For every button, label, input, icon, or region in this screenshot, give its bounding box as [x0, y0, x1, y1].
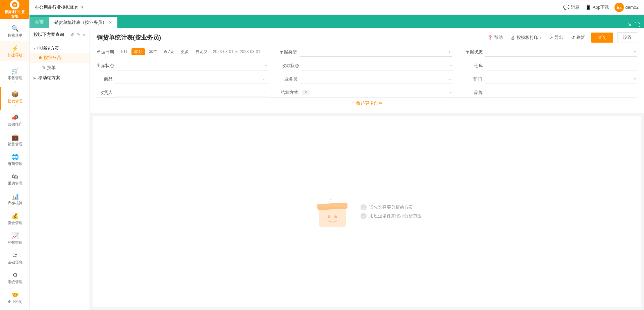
goods-label: 商品: [97, 76, 115, 82]
ecommerce-label: 电商管理: [8, 161, 22, 166]
type-filter-field[interactable]: ▾: [300, 47, 451, 57]
sidebar: 好 畅捷通好生意 标版 🔍 搜索菜单 ⚡ 快捷导航 🛒 零售管理 ▾ 📦 批发管…: [0, 0, 30, 310]
tip-num-2: 2: [361, 213, 367, 219]
collapse-label: 收起更多条件: [356, 101, 382, 106]
receiver-more-icon: ···: [262, 90, 266, 95]
sidebar-item-retail[interactable]: 🛒 零售管理 ▾: [0, 64, 29, 87]
retail-icon: 🛒: [11, 67, 19, 75]
empty-tips: 1 请先选择要分析的方案 2 用过滤条件来缩小分析范围: [361, 204, 422, 219]
salesman-field[interactable]: ···: [300, 74, 453, 84]
out-status-field[interactable]: ▾: [117, 61, 268, 70]
page-title-row: 销货单统计表(按业务员) ❓ 帮助 🖨 按模板打印 ▾ ↗: [97, 32, 637, 43]
topbar: 办公用品行业模拟账套 ▾ 💬 消息 📱 App下载 Ea demo2: [30, 0, 644, 15]
sidebar-item-purchase[interactable]: 🛍 采购管理: [0, 170, 29, 189]
tab-home[interactable]: 首页: [30, 17, 49, 28]
scheme-group-mobile[interactable]: ▶ 移动端方案: [30, 73, 90, 83]
add-scheme-icon[interactable]: ⊕: [71, 32, 75, 37]
salesman-more-icon: ···: [448, 76, 451, 82]
date-tab-thisyear[interactable]: 本年: [146, 48, 160, 55]
collapse-panel-icon[interactable]: «: [83, 32, 86, 37]
dept-field[interactable]: ▾: [485, 74, 637, 84]
receiver-field[interactable]: ···: [115, 88, 267, 97]
purchase-label: 采购管理: [8, 181, 22, 186]
sales-stat-tab-label: 销货单统计表（按业务员）: [54, 19, 107, 25]
tab-close-all-icon[interactable]: ✕: [628, 22, 632, 28]
active-scheme-label: 按业务员: [44, 55, 61, 61]
sidebar-item-ecommerce[interactable]: 🌐 电商管理: [0, 150, 29, 170]
query-button[interactable]: 查询: [591, 33, 613, 43]
content-area: 按以下方案查询 ⊕ ✎ « ▾ 电脑端方案 按业务员 ⊞ 按单: [30, 28, 644, 310]
date-tabs: 上月 本月 本年 近7天 更多 自定义: [117, 48, 210, 55]
empty-state: ↑ 1 请先选择要分析的方案 2: [93, 116, 641, 307]
ecommerce-icon: 🌐: [11, 153, 19, 161]
sidebar-item-system[interactable]: ⚙ 系统管理: [0, 268, 29, 288]
payment-dropdown: ▾: [450, 90, 452, 95]
brand-field[interactable]: ···: [485, 88, 637, 97]
tabbar: 首页 销货单统计表（按业务员） ✕ ✕ ⛶: [30, 15, 644, 28]
setting-button[interactable]: 设置: [617, 32, 637, 43]
export-icon: ↗: [549, 35, 553, 40]
out-status-dropdown: ▾: [265, 63, 267, 68]
app-logo: 好 畅捷通好生意 标版: [0, 0, 30, 19]
sidebar-item-inventory[interactable]: 📊 库存核算: [0, 189, 29, 209]
sidebar-quicknav[interactable]: ⚡ 快捷导航: [0, 41, 29, 61]
marketing-label: 营销推广: [8, 122, 22, 127]
sales-label: 销售管理: [8, 142, 22, 147]
edit-scheme-icon[interactable]: ✎: [77, 32, 81, 37]
date-tab-more[interactable]: 更多: [178, 48, 192, 55]
inventory-label: 库存核算: [8, 201, 22, 206]
pay-status-field[interactable]: ▾: [302, 61, 453, 70]
scheme-active-item[interactable]: 按业务员: [30, 53, 90, 63]
type-label: 单据类型: [279, 49, 300, 55]
message-icon: 💬: [563, 4, 570, 10]
sidebar-item-newbie[interactable]: 🎯 新手引导: [0, 308, 29, 310]
status-filter-field[interactable]: ▾: [485, 47, 637, 57]
sidebar-item-sales[interactable]: 💼 销售管理: [0, 130, 29, 150]
export-button[interactable]: ↗ 导出: [547, 33, 565, 42]
date-tab-thismonth[interactable]: 本月: [131, 48, 145, 55]
marketing-icon: 📣: [11, 114, 19, 121]
sidebar-item-finance[interactable]: 💰 资金管理: [0, 209, 29, 229]
system-icon: ⚙: [12, 271, 18, 279]
app-download-button[interactable]: 📱 App下载: [585, 4, 609, 10]
scheme-header-icons: ⊕ ✎ «: [71, 32, 86, 37]
topbar-right-area: 💬 消息 📱 App下载 Ea demo2: [563, 3, 639, 12]
basic-icon: 🗂: [12, 252, 18, 259]
collapse-bar[interactable]: ⌃ 收起更多条件: [97, 97, 637, 109]
finance-icon: 💰: [11, 212, 19, 220]
date-tab-custom[interactable]: 自定义: [193, 48, 210, 55]
date-tab-7days[interactable]: 近7天: [161, 48, 177, 55]
retail-arrow: ▾: [14, 81, 16, 84]
date-tab-lastmonth[interactable]: 上月: [117, 48, 130, 55]
business-label: 经营管理: [8, 240, 22, 245]
warehouse-field[interactable]: ···: [486, 61, 637, 70]
goods-field[interactable]: ···: [115, 74, 268, 84]
payment-field[interactable]: ✕ ▾: [301, 88, 453, 97]
payment-tag-close-icon[interactable]: ✕: [304, 90, 307, 95]
help-button[interactable]: ❓ 帮助: [485, 33, 505, 42]
print-button[interactable]: 🖨 按模板打印 ▾: [509, 33, 543, 42]
sidebar-item-basic[interactable]: 🗂 基础信息: [0, 249, 29, 268]
breadcrumb-dropdown-icon[interactable]: ▾: [81, 5, 84, 10]
receiver-label: 收货人: [97, 90, 115, 96]
help-label: 帮助: [494, 35, 503, 41]
dept-dropdown: ▾: [634, 77, 636, 81]
svg-text:↑: ↑: [329, 197, 332, 204]
sidebar-item-wholesale[interactable]: 📦 批发管理 ▴: [0, 87, 29, 110]
tab-maximize-icon[interactable]: ⛶: [635, 22, 640, 28]
filter-row-2: 出库状态 ▾ 收款状态 ▾ 仓库 ···: [97, 61, 637, 70]
sidebar-item-marketing[interactable]: 📣 营销推广: [0, 110, 29, 130]
message-button[interactable]: 💬 消息: [563, 4, 580, 10]
user-area[interactable]: Ea demo2: [614, 3, 639, 12]
refresh-button[interactable]: ↺ 刷新: [569, 33, 587, 42]
tab-sales-stat[interactable]: 销货单统计表（按业务员） ✕: [49, 17, 117, 28]
sidebar-item-corp[interactable]: 🤝 企业协同: [0, 288, 29, 308]
sidebar-item-business[interactable]: 📈 经营管理: [0, 229, 29, 249]
help-icon: ❓: [487, 35, 493, 40]
scheme-group-pc[interactable]: ▾ 电脑端方案: [30, 44, 90, 53]
scheme-sub-item[interactable]: ⊞ 按单: [30, 63, 90, 73]
tab-close-icon[interactable]: ✕: [109, 20, 112, 25]
brand-label: 品牌: [467, 90, 485, 96]
app-name: 畅捷通好生意: [5, 10, 25, 14]
sidebar-search-item[interactable]: 🔍 搜索菜单: [0, 21, 29, 41]
